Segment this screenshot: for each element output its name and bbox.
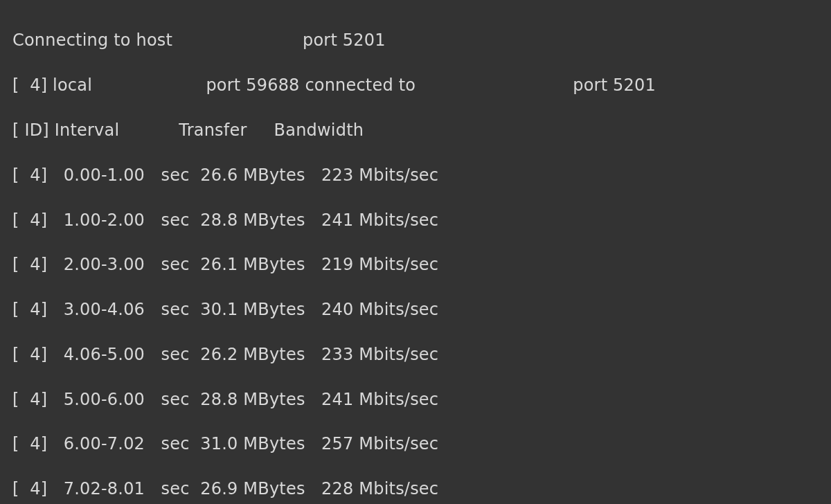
interval-row: [ 4] 4.06-5.00 sec 26.2 MBytes 233 Mbits… — [12, 343, 819, 366]
interval-row: [ 4] 2.00-3.00 sec 26.1 MBytes 219 Mbits… — [12, 253, 819, 276]
interval-row: [ 4] 7.02-8.01 sec 26.9 MBytes 228 Mbits… — [12, 478, 819, 500]
interval-row: [ 4] 6.00-7.02 sec 31.0 MBytes 257 Mbits… — [12, 433, 819, 455]
column-header: [ ID] Interval Transfer Bandwidth — [12, 119, 819, 141]
interval-row: [ 4] 1.00-2.00 sec 28.8 MBytes 241 Mbits… — [12, 209, 819, 231]
terminal-output: Connecting to host port 5201 [ 4] local … — [0, 0, 831, 504]
connecting-line: Connecting to host port 5201 — [12, 29, 819, 51]
interval-row: [ 4] 5.00-6.00 sec 28.8 MBytes 241 Mbits… — [12, 388, 819, 411]
interval-row: [ 4] 3.00-4.06 sec 30.1 MBytes 240 Mbits… — [12, 298, 819, 321]
local-connection-line: [ 4] local port 59688 connected to port … — [12, 74, 819, 96]
interval-row: [ 4] 0.00-1.00 sec 26.6 MBytes 223 Mbits… — [12, 164, 819, 186]
